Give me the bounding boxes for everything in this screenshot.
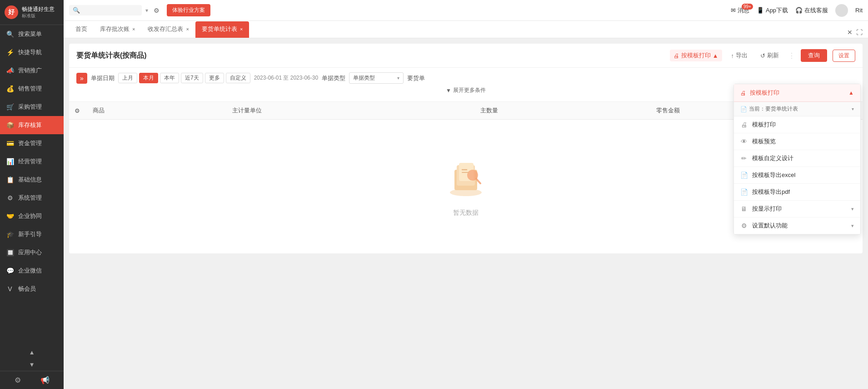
dropdown-header-arrow-icon: ▲ — [848, 90, 854, 96]
date-btn-last-month[interactable]: 上月 — [118, 73, 137, 83]
query-btn[interactable]: 查询 — [801, 49, 827, 62]
finance-icon: 💳 — [5, 139, 15, 148]
sidebar-item-finance[interactable]: 💳 资金管理 — [0, 134, 64, 152]
empty-icon — [443, 156, 489, 202]
date-range-display: 2023-06-01 至 2023-06-30 — [254, 74, 318, 82]
default-func-icon: ⚙ — [740, 222, 748, 229]
username-label[interactable]: Rit — [855, 7, 863, 14]
dropdown-header-left: 🖨 按模板打印 — [740, 89, 779, 97]
customer-service-btn[interactable]: 🎧 在线客服 — [795, 6, 828, 15]
sidebar-item-quicknav[interactable]: ⚡ 快捷导航 — [0, 43, 64, 61]
pdf-item-icon: 📄 — [740, 188, 748, 196]
download-icon: 📱 — [757, 7, 764, 14]
print-template-btn[interactable]: 🖨 按模板打印 ▲ — [670, 50, 722, 61]
dropdown-item-print[interactable]: 🖨 模板打印 — [734, 116, 860, 133]
preview-item-icon: 👁 — [740, 138, 748, 145]
sidebar-item-appcenter[interactable]: 🔲 应用中心 — [0, 243, 64, 262]
messages-btn[interactable]: ✉ 消息 99+ — [731, 6, 749, 15]
sidebar-item-basic-info[interactable]: 📋 基础信息 — [0, 171, 64, 189]
sidebar-item-marketing[interactable]: 📣 营销推广 — [0, 61, 64, 80]
search-input[interactable] — [82, 7, 136, 14]
marketing-icon: 📣 — [5, 66, 15, 75]
basicinfo-icon: 📋 — [5, 175, 15, 184]
dropdown-item-preview[interactable]: 👁 模板预览 — [734, 133, 860, 150]
current-label-icon: 📄 — [740, 106, 747, 112]
app-logo: 好 畅捷通好生意 标准版 — [0, 0, 64, 25]
printer-icon: 🖨 — [673, 52, 679, 59]
search-chevron-icon[interactable]: ▾ — [145, 7, 148, 14]
purchase-icon: 🛒 — [5, 102, 15, 111]
tabbar-expand-icon[interactable]: ⛶ — [856, 29, 863, 36]
topbar-gear-icon[interactable]: ⚙ — [154, 7, 160, 14]
refresh-icon: ↺ — [760, 52, 765, 59]
date-btn-custom[interactable]: 自定义 — [226, 73, 250, 83]
sidebar: 好 畅捷通好生意 标准版 🔍 搜索菜单 ⚡ 快捷导航 📣 营销推广 💰 销售管理… — [0, 0, 64, 389]
tab-close-inventory-batch[interactable]: × — [132, 26, 135, 32]
tab-stock-summary[interactable]: 收发存汇总表 × — [141, 21, 195, 38]
goods-filter-label: 要货单 — [407, 74, 425, 82]
print-item-icon: 🖨 — [740, 121, 748, 128]
tab-close-stock-summary[interactable]: × — [186, 26, 189, 32]
tab-close-order-stats[interactable]: × — [240, 26, 243, 32]
sidebar-item-wxwork[interactable]: 💬 企业微信 — [0, 262, 64, 280]
sidebar-item-purchase[interactable]: 🛒 采购管理 — [0, 98, 64, 116]
date-btn-this-year[interactable]: 本年 — [160, 73, 179, 83]
monitor-item-icon: 🖥 — [740, 205, 748, 212]
order-type-label: 单据类型 — [322, 74, 345, 82]
sidebar-item-operations[interactable]: 📊 经营管理 — [0, 152, 64, 171]
scroll-up-btn[interactable]: ▲ — [0, 346, 64, 359]
dropdown-item-design[interactable]: ✏ 模板自定义设计 — [734, 150, 860, 167]
message-icon: ✉ — [731, 7, 736, 14]
app-download-btn[interactable]: 📱 App下载 — [757, 6, 788, 15]
col-settings[interactable]: ⚙ — [69, 102, 87, 120]
chevron-up-icon: ▲ — [713, 52, 718, 59]
tabbar-actions: ✕ ⛶ — [847, 29, 863, 38]
operations-icon: 📊 — [5, 157, 15, 166]
tab-home[interactable]: 首页 — [69, 21, 94, 38]
search-icon: 🔍 — [73, 7, 80, 14]
dropdown-item-export-pdf[interactable]: 📄 按模板导出pdf — [734, 184, 860, 201]
dropdown-subitem-default[interactable]: ⚙ 设置默认功能 ▾ — [734, 217, 860, 234]
speaker-icon[interactable]: 📢 — [40, 376, 50, 384]
industry-btn[interactable]: 体验行业方案 — [167, 4, 210, 16]
scroll-down-btn[interactable]: ▼ — [0, 359, 64, 371]
date-btn-7days[interactable]: 近7天 — [181, 73, 203, 83]
tabbar-close-icon[interactable]: ✕ — [847, 29, 853, 36]
sidebar-item-newbie[interactable]: 🎓 新手引导 — [0, 225, 64, 243]
sidebar-item-sales[interactable]: 💰 销售管理 — [0, 80, 64, 98]
user-avatar[interactable] — [835, 4, 848, 17]
messages-badge: 99+ — [742, 4, 753, 10]
topbar-search-box[interactable]: 🔍 — [69, 5, 142, 15]
search-icon: 🔍 — [5, 30, 15, 39]
lightning-icon: ⚡ — [5, 48, 15, 57]
expand-icon: » — [80, 75, 84, 82]
current-template-badge: 📄 当前：要货单统计表 ▾ — [734, 102, 860, 116]
sidebar-item-enterprise[interactable]: 🤝 企业协同 — [0, 207, 64, 225]
date-btn-this-month[interactable]: 本月 — [139, 73, 158, 83]
sidebar-item-system[interactable]: ⚙ 系统管理 — [0, 189, 64, 207]
date-btn-more[interactable]: 更多 — [205, 73, 224, 83]
filter-row: » 单据日期 上月 本月 本年 近7天 更多 自定义 2023-06-01 至 … — [76, 72, 855, 84]
dropdown-header[interactable]: 🖨 按模板打印 ▲ — [734, 84, 860, 102]
tabbar: 首页 库存批次账 × 收发存汇总表 × 要货单统计表 × ✕ ⛶ — [64, 21, 868, 38]
dropdown-item-export-excel[interactable]: 📄 按模板导出excel — [734, 167, 860, 184]
headset-icon: 🎧 — [795, 7, 803, 14]
sidebar-item-search[interactable]: 🔍 搜索菜单 — [0, 25, 64, 43]
page-content: 要货单统计表(按商品) 🖨 按模板打印 ▲ ↑ 导出 ↺ 刷新 — [64, 38, 868, 389]
member-icon: V — [5, 284, 15, 293]
settings-btn[interactable]: 设置 — [833, 50, 855, 62]
export-btn[interactable]: ↑ 导出 — [728, 50, 752, 61]
system-icon: ⚙ — [5, 193, 15, 202]
tab-order-stats[interactable]: 要货单统计表 × — [195, 21, 249, 38]
settings-icon[interactable]: ⚙ — [15, 376, 21, 384]
filter-expand-btn[interactable]: » — [76, 73, 87, 84]
expand-more-icon: ▼ — [446, 87, 451, 94]
order-type-select[interactable]: 单据类型 ▾ — [349, 72, 404, 84]
col-qty: 主数量 — [475, 102, 651, 120]
tab-inventory-batch[interactable]: 库存批次账 × — [94, 21, 141, 38]
dropdown-subitem-display-print[interactable]: 🖥 按显示打印 ▾ — [734, 201, 860, 217]
sidebar-item-member[interactable]: V 畅会员 — [0, 280, 64, 298]
refresh-btn[interactable]: ↺ 刷新 — [757, 50, 783, 61]
current-badge-arrow-icon[interactable]: ▾ — [852, 106, 854, 111]
sidebar-item-inventory[interactable]: 📦 库存核算 — [0, 116, 64, 134]
